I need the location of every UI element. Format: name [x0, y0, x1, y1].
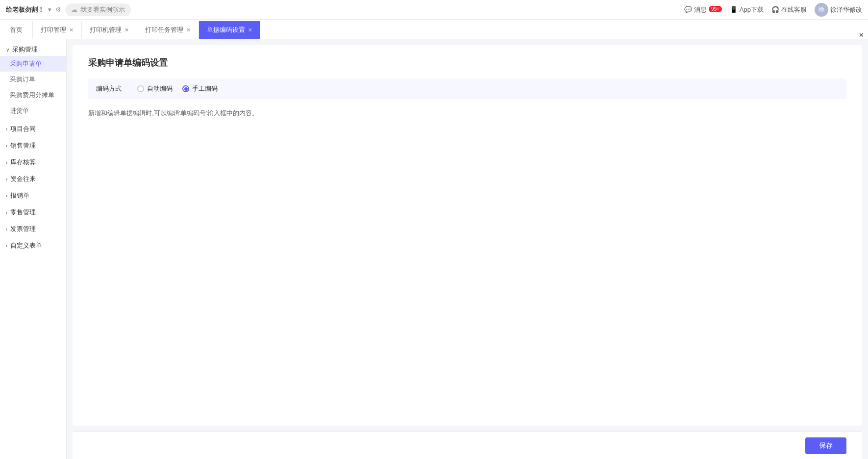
tab-print-management[interactable]: 打印管理 ✕: [33, 21, 82, 39]
dropdown-icon[interactable]: ▾: [48, 6, 51, 13]
topbar-right: 💬 消息 99 📱 App下载 🎧 在线客服 徐 徐泽华修改: [684, 3, 862, 17]
online-service-label: 在线客服: [781, 5, 807, 14]
chevron-right-icon-custom: ›: [6, 243, 7, 249]
radio-manual-label: 手工编码: [192, 84, 218, 93]
radio-manual-circle: [182, 85, 189, 92]
tabbar: 首页 打印管理 ✕ 打印机管理 ✕ 打印任务管理 ✕ 单据编码设置 ✕ ✕: [0, 20, 868, 39]
sidebar-group-sales-title[interactable]: › 销售管理: [0, 137, 66, 152]
page-title: 采购申请单编码设置: [88, 57, 846, 69]
sidebar-group-invoice-title[interactable]: › 发票管理: [0, 221, 66, 235]
sidebar-group-retail: › 零售管理: [0, 204, 66, 219]
sidebar-group-capital-label: 资金往来: [10, 175, 36, 183]
search-placeholder-text: 我要看实例演示: [80, 5, 125, 14]
sidebar-item-purchase-expense-label: 采购费用分摊单: [10, 91, 54, 100]
sidebar-item-stock-in[interactable]: 进货单: [0, 103, 66, 119]
radio-auto-circle: [137, 85, 144, 92]
content-footer: 保存: [73, 432, 862, 459]
sidebar-group-reimburse-title[interactable]: › 报销单: [0, 187, 66, 202]
tab-print-task-close[interactable]: ✕: [186, 27, 191, 33]
sidebar-item-purchase-request[interactable]: 采购申请单: [0, 56, 66, 72]
search-bar[interactable]: ☁ 我要看实例演示: [65, 3, 131, 16]
sidebar-group-purchase-label: 采购管理: [12, 45, 38, 54]
sidebar-group-custom-form: › 自定义表单: [0, 237, 66, 252]
sidebar-group-invoice: › 发票管理: [0, 221, 66, 235]
sidebar-item-purchase-order[interactable]: 采购订单: [0, 72, 66, 87]
tab-printer-management-label: 打印机管理: [90, 26, 122, 34]
sidebar-item-stock-in-label: 进货单: [10, 106, 29, 115]
online-service-button[interactable]: 🎧 在线客服: [771, 5, 807, 14]
message-badge: 99: [709, 6, 722, 12]
radio-auto-encoding[interactable]: 自动编码: [137, 84, 173, 93]
sidebar: ∨ 采购管理 采购申请单 采购订单 采购费用分摊单 进货单 › 项目合同: [0, 39, 67, 459]
app-icon: 📱: [730, 6, 738, 13]
sidebar-group-project: › 项目合同: [0, 121, 66, 135]
avatar: 徐: [815, 3, 828, 17]
tab-single-doc-encoding[interactable]: 单据编码设置 ✕: [199, 21, 260, 39]
user-menu[interactable]: 徐 徐泽华修改: [815, 3, 862, 17]
sidebar-group-inventory-label: 库存核算: [10, 158, 36, 167]
sidebar-group-capital: › 资金往来: [0, 171, 66, 185]
app-download-button[interactable]: 📱 App下载: [730, 5, 764, 14]
radio-manual-encoding[interactable]: 手工编码: [182, 84, 218, 93]
sidebar-item-purchase-order-label: 采购订单: [10, 75, 35, 84]
app-download-label: App下载: [740, 5, 764, 14]
sidebar-group-purchase: ∨ 采购管理 采购申请单 采购订单 采购费用分摊单 进货单: [0, 41, 66, 119]
sidebar-group-inventory-title[interactable]: › 库存核算: [0, 154, 66, 169]
sidebar-group-purchase-title[interactable]: ∨ 采购管理: [0, 41, 66, 56]
tab-print-task-label: 打印任务管理: [145, 26, 183, 34]
chevron-down-icon: ∨: [6, 47, 9, 52]
radio-group: 自动编码 手工编码: [137, 84, 218, 93]
chevron-right-icon-sales: ›: [6, 143, 7, 149]
tab-home[interactable]: 首页: [0, 21, 33, 39]
tab-printer-management[interactable]: 打印机管理 ✕: [82, 21, 137, 39]
message-icon: 💬: [684, 6, 692, 13]
settings-icon[interactable]: ⚙: [55, 6, 61, 13]
tab-single-doc-encoding-label: 单据编码设置: [207, 26, 245, 34]
sidebar-group-custom-form-title[interactable]: › 自定义表单: [0, 237, 66, 252]
hint-text: 新增和编辑单据编辑时,可以编辑'单编码号'输入框中的内容。: [88, 109, 846, 118]
sidebar-group-retail-label: 零售管理: [10, 208, 36, 217]
service-icon: 🎧: [771, 6, 779, 13]
chevron-right-icon-invoice: ›: [6, 227, 7, 232]
close-tab-button[interactable]: ✕: [859, 31, 868, 39]
topbar: 给老板勿割！ ▾ ⚙ ☁ 我要看实例演示 💬 消息 99 📱 App下载 🎧 在…: [0, 0, 868, 20]
user-name: 徐泽华修改: [830, 5, 862, 14]
sidebar-group-project-title[interactable]: › 项目合同: [0, 121, 66, 135]
topbar-left: 给老板勿割！ ▾ ⚙ ☁ 我要看实例演示: [6, 3, 131, 16]
tab-print-management-label: 打印管理: [41, 26, 66, 34]
radio-auto-label: 自动编码: [147, 84, 173, 93]
logo-text: 给老板勿割！: [6, 5, 44, 14]
encoding-label: 编码方式: [96, 84, 125, 93]
save-button[interactable]: 保存: [805, 437, 846, 454]
tab-printer-management-close[interactable]: ✕: [124, 27, 129, 33]
chevron-right-icon-reimburse: ›: [6, 193, 7, 199]
sidebar-group-reimburse: › 报销单: [0, 187, 66, 202]
main-content: 采购申请单编码设置 编码方式 自动编码 手工编码 新增和编辑单据编辑时,可以编辑…: [67, 39, 868, 459]
message-label: 消息: [694, 5, 707, 14]
message-button[interactable]: 💬 消息 99: [684, 5, 722, 14]
chevron-right-icon-project: ›: [6, 127, 7, 132]
sidebar-group-sales-label: 销售管理: [10, 141, 36, 150]
sidebar-item-purchase-request-label: 采购申请单: [10, 59, 42, 68]
chevron-right-icon-inventory: ›: [6, 160, 7, 165]
encoding-row: 编码方式 自动编码 手工编码: [88, 78, 846, 99]
chevron-right-icon-retail: ›: [6, 210, 7, 215]
sidebar-group-reimburse-label: 报销单: [10, 191, 29, 200]
tab-single-doc-encoding-close[interactable]: ✕: [248, 27, 252, 33]
tab-print-task[interactable]: 打印任务管理 ✕: [137, 21, 199, 39]
sidebar-item-purchase-expense[interactable]: 采购费用分摊单: [0, 87, 66, 103]
sidebar-group-project-label: 项目合同: [10, 125, 36, 133]
tab-print-management-close[interactable]: ✕: [69, 27, 74, 33]
sidebar-group-capital-title[interactable]: › 资金往来: [0, 171, 66, 185]
tab-home-label: 首页: [10, 26, 23, 34]
content-area: 采购申请单编码设置 编码方式 自动编码 手工编码 新增和编辑单据编辑时,可以编辑…: [73, 45, 862, 426]
sidebar-group-custom-form-label: 自定义表单: [10, 241, 42, 250]
sidebar-group-retail-title[interactable]: › 零售管理: [0, 204, 66, 219]
cloud-icon: ☁: [71, 6, 77, 13]
sidebar-group-inventory: › 库存核算: [0, 154, 66, 169]
sidebar-group-sales: › 销售管理: [0, 137, 66, 152]
sidebar-group-invoice-label: 发票管理: [10, 225, 36, 233]
chevron-right-icon-capital: ›: [6, 177, 7, 182]
main-layout: ∨ 采购管理 采购申请单 采购订单 采购费用分摊单 进货单 › 项目合同: [0, 39, 868, 459]
